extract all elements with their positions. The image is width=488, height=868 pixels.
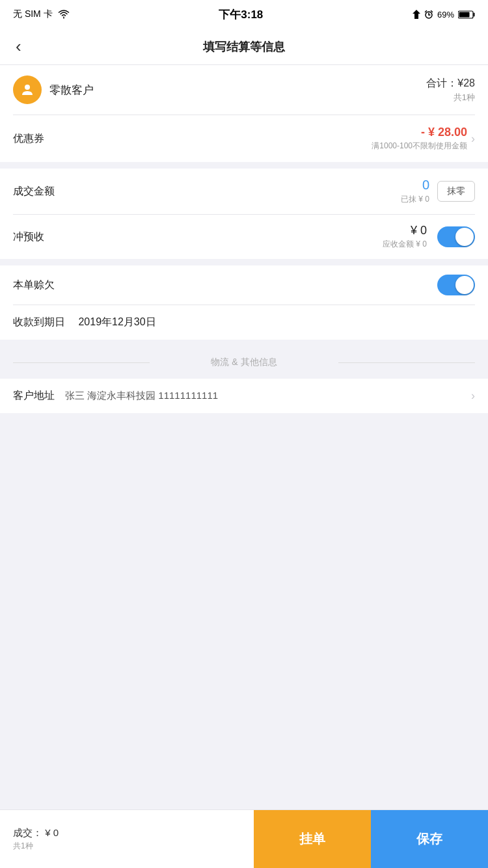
prepay-label: 冲预收	[13, 230, 44, 244]
status-bar: 无 SIM 卡 下午3:18 69%	[0, 0, 488, 29]
debt-toggle-knob	[455, 276, 474, 294]
customer-name: 零散客户	[49, 83, 94, 98]
logistics-sep-text: 物流 & 其他信息	[200, 357, 287, 368]
coupon-right: - ¥ 28.00 满1000-100不限制使用金额 ›	[372, 126, 475, 152]
coupon-desc: 满1000-100不限制使用金额	[372, 141, 467, 152]
svg-line-4	[431, 11, 432, 12]
coupon-amount: - ¥ 28.00	[372, 126, 467, 139]
toggle-knob	[455, 228, 474, 246]
logistics-separator: 物流 & 其他信息	[0, 346, 488, 379]
no-sim-text: 无 SIM 卡	[13, 8, 53, 20]
empty-area	[0, 420, 488, 550]
bottom-count: 共1种	[13, 841, 241, 852]
deal-amount-row: 成交金额 0 已抹 ¥ 0 抹零	[0, 169, 488, 214]
coupon-row[interactable]: 优惠券 - ¥ 28.00 满1000-100不限制使用金额 ›	[0, 115, 488, 162]
wifi-icon	[58, 10, 70, 19]
back-button[interactable]: ‹	[10, 31, 27, 62]
svg-point-8	[25, 85, 30, 90]
nav-bar: ‹ 填写结算等信息	[0, 29, 488, 65]
location-icon	[413, 10, 420, 19]
battery-icon	[458, 10, 475, 19]
due-date-value: 2019年12月30日	[78, 316, 156, 327]
status-right: 69%	[413, 10, 475, 20]
save-button[interactable]: 保存	[371, 810, 488, 869]
person-icon	[20, 82, 35, 98]
status-time: 下午3:18	[219, 7, 263, 22]
address-label: 客户地址	[13, 389, 55, 403]
debt-card: 本单赊欠 收款到期日 2019年12月30日	[0, 265, 488, 340]
status-left: 无 SIM 卡	[13, 8, 70, 20]
page-title: 填写结算等信息	[203, 39, 285, 55]
address-card: 客户地址 张三 海淀永丰科技园 11111111111 ›	[0, 379, 488, 413]
bottom-info: 成交： ¥ 0 共1种	[0, 827, 254, 852]
total-count: 共1种	[426, 92, 475, 103]
bottom-deal-text: 成交： ¥ 0	[13, 827, 241, 839]
alarm-icon	[424, 10, 433, 19]
customer-total-block: 合计：¥28 共1种	[426, 77, 475, 103]
bottom-deal-label: 成交：	[13, 827, 42, 838]
coupon-discount-block: - ¥ 28.00 满1000-100不限制使用金额	[372, 126, 467, 152]
prepay-sub: 应收金额 ¥ 0	[383, 239, 427, 250]
deal-amount-value: 0	[401, 178, 429, 193]
due-date-label: 收款到期日	[13, 316, 65, 327]
deal-amount-value-block: 0 已抹 ¥ 0	[401, 178, 429, 205]
prepay-value: ¥ 0	[383, 224, 427, 237]
coupon-chevron-icon: ›	[471, 132, 475, 146]
deal-amount-label: 成交金额	[13, 185, 55, 198]
bottom-bar: 成交： ¥ 0 共1种 挂单 保存	[0, 809, 488, 868]
battery-percent: 69%	[437, 10, 454, 20]
deal-amount-right: 0 已抹 ¥ 0 抹零	[401, 178, 475, 205]
due-date-row: 收款到期日 2019年12月30日	[0, 305, 488, 340]
svg-line-3	[425, 11, 426, 12]
bottom-deal-value: ¥ 0	[45, 827, 59, 838]
content-area: 零散客户 合计：¥28 共1种 优惠券 - ¥ 28.00 满1000-100不…	[0, 65, 488, 608]
debt-row: 本单赊欠	[0, 265, 488, 305]
prepay-row: 冲预收 ¥ 0 应收金额 ¥ 0	[0, 215, 488, 259]
round-off-button[interactable]: 抹零	[437, 181, 475, 202]
customer-card: 零散客户 合计：¥28 共1种 优惠券 - ¥ 28.00 满1000-100不…	[0, 65, 488, 162]
debt-toggle[interactable]	[437, 275, 475, 295]
coupon-label: 优惠券	[13, 132, 44, 146]
prepay-value-block: ¥ 0 应收金额 ¥ 0	[383, 224, 427, 250]
address-value: 张三 海淀永丰科技园 11111111111	[65, 390, 461, 402]
prepay-right: ¥ 0 应收金额 ¥ 0	[383, 224, 475, 250]
customer-left: 零散客户	[13, 75, 94, 104]
avatar	[13, 75, 42, 104]
prepay-toggle[interactable]	[437, 226, 475, 247]
svg-rect-6	[473, 12, 474, 16]
customer-row: 零散客户 合计：¥28 共1种	[0, 65, 488, 115]
total-amount: 合计：¥28	[426, 77, 475, 90]
address-row[interactable]: 客户地址 张三 海淀永丰科技园 11111111111 ›	[0, 379, 488, 413]
deal-amount-sub: 已抹 ¥ 0	[401, 194, 429, 205]
deal-amount-card: 成交金额 0 已抹 ¥ 0 抹零 冲预收 ¥ 0 应收金额 ¥ 0	[0, 169, 488, 259]
svg-rect-7	[459, 12, 469, 17]
address-chevron-icon: ›	[471, 389, 475, 403]
debt-label: 本单赊欠	[13, 278, 55, 292]
hang-button[interactable]: 挂单	[254, 810, 371, 869]
